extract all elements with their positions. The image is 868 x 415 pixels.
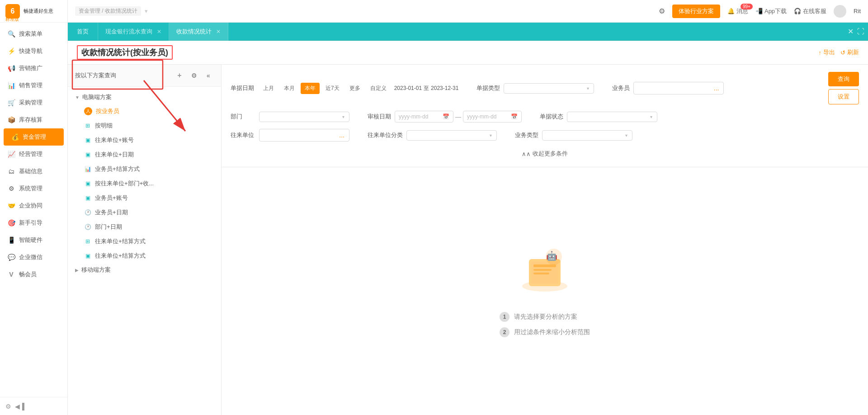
window-expand-icon[interactable]: ⛶ — [857, 28, 864, 36]
refresh-button[interactable]: ↺ 刷新 — [840, 48, 859, 57]
tab-home[interactable]: 首页 — [68, 23, 98, 41]
sidebar-item-hardware[interactable]: 📱 智能硬件 — [0, 231, 67, 249]
sidebar-item-label: 系统管理 — [19, 184, 42, 193]
sidebar-item-marketing[interactable]: 📢 营销推广 — [0, 60, 67, 77]
partner-select[interactable]: ... — [259, 129, 349, 141]
window-close-icon[interactable]: ✕ — [848, 27, 854, 36]
sidebar-item-system[interactable]: ⚙ 系统管理 — [0, 180, 67, 197]
tab-bank-label: 现金银行流水查询 — [105, 28, 152, 36]
tab-receipts-close-icon[interactable]: ✕ — [216, 28, 221, 35]
scheme-by-unit-account[interactable]: ▣ 往来单位+账号 — [68, 133, 221, 147]
unit-dept-scheme-icon: ▣ — [84, 180, 91, 187]
date-label: 单据日期 — [231, 84, 255, 92]
scheme-by-unit-settle2[interactable]: ▣ 往来单位+结算方式 — [68, 249, 221, 263]
sidebar-item-member[interactable]: V 畅会员 — [0, 266, 67, 283]
sidebar-item-sales[interactable]: 📊 销售管理 — [0, 77, 67, 94]
doc-type-select[interactable]: ▾ — [504, 83, 594, 94]
partner-cat-select[interactable]: ▾ — [406, 130, 497, 141]
scheme-settings-icon[interactable]: ⚙ — [189, 70, 199, 81]
sidebar-item-shortcuts[interactable]: ⚡ 快捷导航 — [0, 42, 67, 60]
sidebar-item-finance[interactable]: 💰 资金管理 — [4, 128, 64, 146]
collapse-footer-btn[interactable]: ◀▐ — [15, 403, 24, 410]
date-tab-7days[interactable]: 近7天 — [321, 83, 344, 94]
sidebar: 6 畅捷通好生意 标准版 🔍 搜索菜单 ⚡ 快捷导航 📢 营销推广 📊 销售管理… — [0, 0, 68, 415]
headset-icon: 🎧 — [794, 8, 801, 14]
sidebar-item-cooperation[interactable]: 🤝 企业协同 — [0, 197, 67, 214]
tab-receipts[interactable]: 收款情况统计 ✕ — [169, 23, 228, 41]
scheme-by-dept-date[interactable]: 🕐 部门+日期 — [68, 220, 221, 234]
step-1-number: 1 — [500, 312, 509, 322]
sidebar-item-label: 采购管理 — [19, 99, 42, 107]
scheme-by-salesman-date[interactable]: 🕐 业务员+日期 — [68, 205, 221, 220]
trial-button[interactable]: 体验行业方案 — [672, 5, 720, 18]
user-avatar[interactable] — [834, 5, 846, 18]
date-tab-this-year[interactable]: 本年 — [301, 83, 320, 94]
sidebar-item-inventory[interactable]: 📦 库存核算 — [0, 111, 67, 128]
partner-cat-chevron-icon: ▾ — [490, 133, 492, 138]
scheme-by-detail[interactable]: ⊞ 按明细 — [68, 118, 221, 133]
gear-icon[interactable]: ⚙ — [659, 7, 665, 15]
svg-rect-5 — [533, 273, 549, 274]
breadcrumb-area: 资金管理 / 收款情况统计 ▾ — [75, 6, 148, 16]
app-download-link[interactable]: 📲 App下载 — [755, 7, 787, 15]
dept-select[interactable]: ▾ — [259, 112, 349, 122]
add-scheme-button[interactable]: + — [174, 70, 185, 81]
scheme-by-unit-dept[interactable]: ▣ 按往来单位+部门+收... — [68, 176, 221, 191]
collapse-conditions-button[interactable]: ∧∧ 收起更多条件 — [518, 148, 571, 160]
desktop-group-header[interactable]: ▼ 电脑端方案 — [68, 90, 221, 104]
online-service-link[interactable]: 🎧 在线客服 — [794, 7, 826, 15]
tab-bar: 首页 现金银行流水查询 ✕ 收款情况统计 ✕ ✕ ⛶ — [68, 23, 868, 41]
collapse-panel-icon[interactable]: « — [203, 70, 214, 81]
sidebar-item-basic[interactable]: 🗂 基础信息 — [0, 163, 67, 180]
user-name: Rit — [854, 8, 861, 14]
tab-bank[interactable]: 现金银行流水查询 ✕ — [98, 23, 169, 41]
query-button[interactable]: 查询 — [828, 72, 859, 86]
review-date-start-input[interactable]: yyyy-mm-dd 📅 — [395, 111, 453, 123]
sidebar-item-wechat[interactable]: 💬 企业微信 — [0, 249, 67, 266]
message-area[interactable]: 🔔 消息 99+ — [727, 7, 748, 15]
scheme-by-unit-settle1[interactable]: ⊞ 往来单位+结算方式 — [68, 234, 221, 249]
step-1-label: 请先选择要分析的方案 — [514, 313, 577, 321]
partner-cat-field: 往来单位分类 ▾ — [368, 130, 497, 141]
scheme-by-unit-date[interactable]: ▣ 往来单位+日期 — [68, 147, 221, 162]
empty-step-2: 2 用过滤条件来缩小分析范围 — [500, 327, 590, 337]
sidebar-item-search[interactable]: 🔍 搜索菜单 — [0, 25, 67, 42]
salesman-select[interactable]: ... — [633, 82, 724, 94]
tab-bank-close-icon[interactable]: ✕ — [157, 28, 161, 35]
scheme-label: 业务员+账号 — [95, 194, 128, 202]
sidebar-item-guide[interactable]: 🎯 新手引导 — [0, 214, 67, 231]
date-tab-last-month[interactable]: 上月 — [259, 83, 278, 94]
salesman-label: 业务员 — [612, 84, 630, 92]
guide-nav-icon: 🎯 — [7, 219, 15, 227]
sidebar-item-label: 资金管理 — [23, 133, 46, 141]
date-tab-more[interactable]: 更多 — [345, 83, 364, 94]
refresh-icon: ↺ — [840, 49, 845, 56]
scheme-by-salesman-account[interactable]: ▣ 业务员+账号 — [68, 191, 221, 205]
basic-nav-icon: 🗂 — [7, 167, 15, 175]
breadcrumb: 资金管理 / 收款情况统计 — [75, 6, 141, 16]
biz-type-select[interactable]: ▾ — [542, 130, 632, 141]
chevron-down-icon: ▾ — [145, 8, 148, 14]
settings-footer-btn[interactable]: ⚙ — [5, 403, 11, 410]
mobile-group-header[interactable]: ▶ 移动端方案 — [68, 263, 221, 277]
sidebar-item-operation[interactable]: 📈 经营管理 — [0, 146, 67, 163]
mobile-group-arrow-icon: ▶ — [75, 268, 79, 273]
doc-status-select[interactable]: ▾ — [567, 112, 657, 122]
date-tabs-group: 上月 本月 本年 近7天 更多 自定义 — [259, 83, 391, 94]
salesman-more-icon[interactable]: ... — [714, 85, 719, 92]
scheme-label: 往来单位+结算方式 — [95, 252, 146, 260]
date-tab-this-month[interactable]: 本月 — [280, 83, 299, 94]
review-date-end-input[interactable]: yyyy-mm-dd 📅 — [463, 111, 522, 123]
system-nav-icon: ⚙ — [7, 184, 15, 193]
sidebar-item-purchase[interactable]: 🛒 采购管理 — [0, 94, 67, 111]
scheme-label: 部门+日期 — [95, 223, 122, 231]
scheme-by-salesman-settle[interactable]: 📊 业务员+结算方式 — [68, 162, 221, 176]
export-button[interactable]: ↑ 导出 — [819, 48, 835, 57]
bell-icon: 🔔 — [727, 8, 735, 14]
partner-more-icon[interactable]: ... — [339, 132, 344, 139]
settings-button[interactable]: 设置 — [828, 89, 859, 104]
date-tab-custom[interactable]: 自定义 — [366, 83, 391, 94]
sidebar-item-label: 基础信息 — [19, 167, 42, 175]
illustration-container: 🤖 — [513, 245, 576, 301]
scheme-by-salesman[interactable]: 人 按业务员 — [68, 104, 221, 118]
